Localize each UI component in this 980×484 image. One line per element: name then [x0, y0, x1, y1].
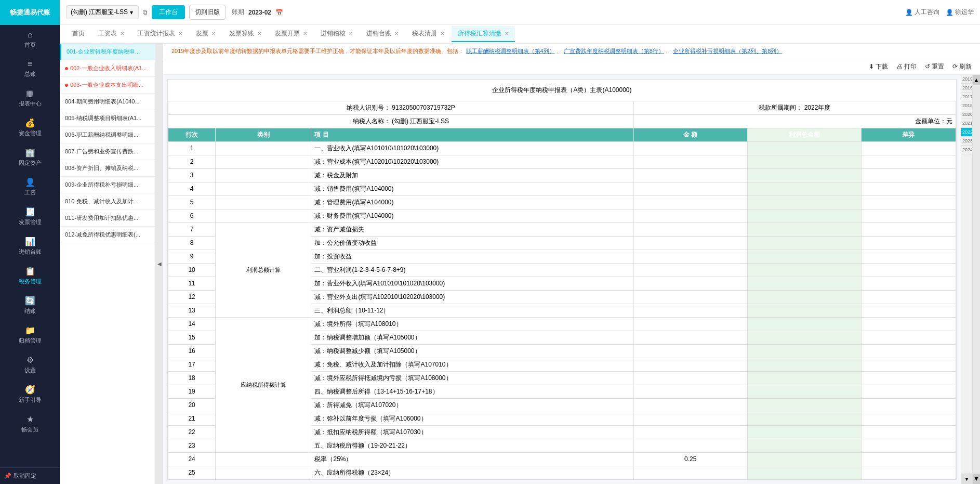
table-row: 2 减：营业成本(填写A102010\102020\103000): [168, 155, 956, 168]
scroll-up[interactable]: ▲: [973, 75, 980, 85]
toolbar: ⬇ 下载 🖨 打印 ↺ 重置 ⟳ 刷新: [163, 59, 980, 75]
left-nav-item-006[interactable]: 006-职工薪酬纳税调整明细...: [60, 127, 155, 143]
vertical-scrollbar[interactable]: ▲ ▼: [972, 75, 980, 485]
year-2019[interactable]: 2019: [961, 75, 972, 84]
sidebar-item-invoices[interactable]: 🧾 发票管理: [0, 202, 60, 231]
refresh-icon: ⟳: [952, 63, 958, 70]
copy-icon[interactable]: ⧉: [143, 9, 148, 16]
tab-home[interactable]: 首页: [66, 26, 91, 42]
taxpayer-name-label: 纳税人名称：: [353, 117, 390, 125]
unit-label: 金额单位：元: [915, 117, 952, 125]
sidebar-item-reports[interactable]: ▦ 报表中心: [0, 83, 60, 113]
sidebar-item-guide[interactable]: 🧭 新手引导: [0, 380, 60, 409]
sidebar-item-close[interactable]: 🔄 结账: [0, 291, 60, 320]
sidebar-item-label: 进销台账: [19, 248, 42, 256]
sidebar-item-settings[interactable]: ⚙ 设置: [0, 350, 60, 380]
tab-close-payroll[interactable]: ✕: [120, 31, 124, 36]
home-icon: ⌂: [28, 30, 33, 40]
warning-link-2[interactable]: 广宣费跌年度纳税调整明细表（第8行）: [564, 48, 664, 54]
sidebar-item-home[interactable]: ⌂ 首页: [0, 25, 60, 54]
year-2016[interactable]: 2016: [961, 84, 972, 93]
left-nav-item-001[interactable]: 001-企业所得税年度纳税申...: [60, 44, 155, 60]
tab-close-tax-forms[interactable]: ✕: [440, 31, 444, 36]
table-row: 6 减：财务费用(填写A104000): [168, 209, 956, 223]
workspace-button[interactable]: 工作台: [152, 5, 185, 19]
tab-purchase-check[interactable]: 进销稽核✕: [314, 26, 359, 42]
sidebar: 畅捷通易代账 ⌂ 首页 ≡ 总账 ▦ 报表中心 💰 资金管理 🏢 固定资产 👤 …: [0, 0, 60, 484]
refresh-button[interactable]: ⟳ 刷新: [952, 62, 972, 71]
assets-icon: 🏢: [25, 148, 35, 158]
year-2017[interactable]: 2017: [961, 93, 972, 101]
sidebar-item-archive[interactable]: 📁 归档管理: [0, 320, 60, 350]
reset-button[interactable]: ↺ 重置: [925, 62, 944, 71]
pin-icon: 📌: [4, 473, 11, 479]
tab-invoice[interactable]: 发票✕: [190, 26, 222, 42]
sidebar-pin-toggle[interactable]: 📌 取消固定: [0, 467, 60, 484]
sidebar-item-label: 报表中心: [19, 100, 42, 108]
tab-payroll[interactable]: 工资表✕: [92, 26, 130, 42]
sidebar-item-payroll[interactable]: 👤 工资: [0, 172, 60, 202]
left-nav-item-010[interactable]: 010-免税、减计收入及加计...: [60, 193, 155, 210]
table-title-row: 企业所得税年度纳税申报表（A类）主表(A100000): [168, 80, 956, 101]
left-nav-item-005[interactable]: 005-纳税调整项目明细表(A1...: [60, 110, 155, 127]
tab-close-purchase-check[interactable]: ✕: [349, 31, 353, 36]
print-icon: 🖨: [896, 63, 903, 70]
left-nav-item-009[interactable]: 009-企业所得税补亏损明细...: [60, 177, 155, 193]
warning-link-3[interactable]: 企业所得税补亏损明细表（第2列、第8列）: [673, 48, 782, 54]
tab-invoice-open[interactable]: 发票开票✕: [269, 26, 313, 42]
tab-close-income-tax[interactable]: ✕: [505, 31, 509, 36]
company-selector[interactable]: (勾删) 江西服宝-LSS ▾: [66, 5, 139, 19]
left-nav-item-007[interactable]: 007-广告费和业务宣传费跌...: [60, 143, 155, 160]
tab-close-purchase-ledger[interactable]: ✕: [394, 31, 399, 36]
sidebar-item-purchase-sales[interactable]: 📊 进销台账: [0, 231, 60, 261]
left-nav-item-002[interactable]: 002-一般企业收入明细表(A1...: [60, 60, 155, 77]
sidebar-item-label: 新手引导: [19, 396, 42, 404]
table-wrapper: 企业所得税年度纳税申报表（A类）主表(A100000) 纳税人识别号： 9132…: [167, 79, 957, 480]
funds-icon: 💰: [25, 118, 35, 128]
year-2022-active[interactable]: 2022: [961, 128, 972, 137]
year-2020[interactable]: 2020: [961, 110, 972, 119]
tab-close-invoice[interactable]: ✕: [211, 31, 216, 36]
table-row: 24 税率（25%） 0.25: [168, 452, 956, 466]
year-2021[interactable]: 2021: [961, 119, 972, 128]
year-panel-arrow-down[interactable]: ▼: [961, 474, 972, 484]
scroll-down[interactable]: ▼: [973, 474, 980, 484]
top-bar: (勾删) 江西服宝-LSS ▾ ⧉ 工作台 切到旧版 账期 2023-02 📅 …: [60, 0, 980, 25]
print-button[interactable]: 🖨 打印: [896, 62, 917, 71]
tab-payroll-stats[interactable]: 工资统计报表✕: [131, 26, 189, 42]
error-dot: [65, 67, 68, 70]
download-button[interactable]: ⬇ 下载: [869, 62, 888, 71]
warning-link-1[interactable]: 职工薪酬纳税调整明细表（第4列）: [466, 48, 555, 54]
table-row: 14 应纳税所得额计算 减：境外所得（填写A108010）: [168, 317, 956, 331]
year-2024[interactable]: 2024: [961, 146, 972, 154]
tab-invoice-calc[interactable]: 发票算账✕: [223, 26, 268, 42]
left-nav-collapse[interactable]: ◀: [156, 44, 163, 484]
tab-tax-forms[interactable]: 税表清册✕: [406, 26, 451, 42]
switch-button[interactable]: 切到旧版: [189, 5, 226, 20]
table-info-row-1: 纳税人识别号： 91320500703719732P 税款所属期间： 2022年…: [168, 101, 956, 114]
ai-consult-button[interactable]: 👤 人工咨询: [905, 8, 939, 17]
user-menu[interactable]: 👤 徐运华: [946, 8, 974, 17]
taxpayer-id-label: 纳税人识别号：: [347, 104, 390, 111]
left-nav-item-011[interactable]: 011-研发费用加计扣除优惠...: [60, 210, 155, 227]
sidebar-item-assets[interactable]: 🏢 固定资产: [0, 142, 60, 172]
left-nav-item-008[interactable]: 008-资产折旧、摊销及纳税...: [60, 160, 155, 177]
left-nav-item-012[interactable]: 012-减免所得税优惠明细表(...: [60, 227, 155, 243]
calendar-icon[interactable]: 📅: [275, 9, 283, 16]
tab-close-invoice-calc[interactable]: ✕: [257, 31, 261, 36]
table-title: 企业所得税年度纳税申报表（A类）主表(A100000): [492, 86, 631, 94]
sidebar-item-tax[interactable]: 📋 税务管理: [0, 261, 60, 291]
year-2023[interactable]: 2023: [961, 137, 972, 146]
tab-close-payroll-stats[interactable]: ✕: [178, 31, 182, 36]
sidebar-item-member[interactable]: ★ 畅会员: [0, 409, 60, 439]
tab-bar: 首页 工资表✕ 工资统计报表✕ 发票✕ 发票算账✕ 发票开票✕ 进销稽核✕ 进销…: [60, 25, 980, 44]
left-nav-item-004[interactable]: 004-期间费用明细表(A1040...: [60, 94, 155, 110]
sidebar-item-funds[interactable]: 💰 资金管理: [0, 113, 60, 142]
tab-purchase-ledger[interactable]: 进销台账✕: [360, 26, 405, 42]
year-2018[interactable]: 2018: [961, 101, 972, 110]
warning-bar: 2019年度步及取以前年度结转数据的申报表单元格需要手工维护正确，才能保证本年及…: [163, 44, 980, 59]
tab-income-tax[interactable]: 所得税汇算清缴✕: [452, 26, 515, 42]
sidebar-item-ledger[interactable]: ≡ 总账: [0, 54, 60, 83]
left-nav-item-003[interactable]: 003-一般企业成本支出明细...: [60, 77, 155, 94]
tab-close-invoice-open[interactable]: ✕: [303, 31, 307, 36]
